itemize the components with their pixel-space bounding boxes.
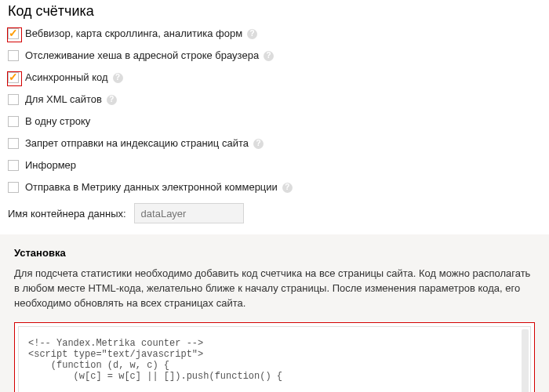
option-label: Информер	[25, 159, 76, 172]
help-icon[interactable]: ?	[264, 51, 274, 61]
container-name-row: Имя контейнера данных:	[8, 203, 541, 223]
code-highlight-frame: <!-- Yandex.Metrika counter --> <script …	[14, 322, 535, 392]
option-row: Отправка в Метрику данных электронной ко…	[8, 181, 541, 194]
option-checkbox[interactable]	[8, 160, 19, 171]
option-label: Запрет отправки на индексацию страниц са…	[25, 137, 249, 150]
counter-code-textarea[interactable]: <!-- Yandex.Metrika counter --> <script …	[18, 326, 531, 392]
option-row: Запрет отправки на индексацию страниц са…	[8, 137, 541, 150]
help-icon[interactable]: ?	[113, 73, 123, 83]
option-label: Вебвизор, карта скроллинга, аналитика фо…	[25, 27, 242, 40]
option-row: Информер	[8, 159, 541, 172]
option-label: Асинхронный код	[25, 71, 108, 84]
help-icon[interactable]: ?	[247, 29, 257, 39]
install-heading: Установка	[14, 247, 535, 259]
container-name-input[interactable]	[134, 203, 244, 223]
page-title: Код счётчика	[8, 3, 541, 20]
option-checkbox[interactable]	[8, 50, 19, 61]
option-row: В одну строку	[8, 115, 541, 128]
option-label: Отслеживание хеша в адресной строке брау…	[25, 49, 259, 62]
option-label: Для XML сайтов	[25, 93, 102, 106]
option-checkbox[interactable]	[8, 94, 19, 105]
option-row: Для XML сайтов?	[8, 93, 541, 106]
option-checkbox[interactable]	[8, 182, 19, 193]
help-icon[interactable]: ?	[253, 139, 264, 149]
option-checkbox[interactable]	[8, 116, 19, 127]
install-section: Установка Для подсчета статистики необхо…	[0, 234, 549, 392]
option-checkbox[interactable]	[8, 138, 19, 149]
install-text: Для подсчета статистики необходимо добав…	[14, 267, 535, 311]
option-label: В одну строку	[25, 115, 90, 128]
option-row: Отслеживание хеша в адресной строке брау…	[8, 49, 541, 62]
container-name-label: Имя контейнера данных:	[8, 208, 126, 220]
help-icon[interactable]: ?	[282, 183, 293, 193]
help-icon[interactable]: ?	[107, 95, 117, 105]
option-row: Вебвизор, карта скроллинга, аналитика фо…	[8, 27, 541, 40]
option-checkbox[interactable]	[8, 72, 19, 83]
option-checkbox[interactable]	[8, 28, 19, 39]
option-row: Асинхронный код?	[8, 71, 541, 84]
option-label: Отправка в Метрику данных электронной ко…	[25, 181, 278, 194]
